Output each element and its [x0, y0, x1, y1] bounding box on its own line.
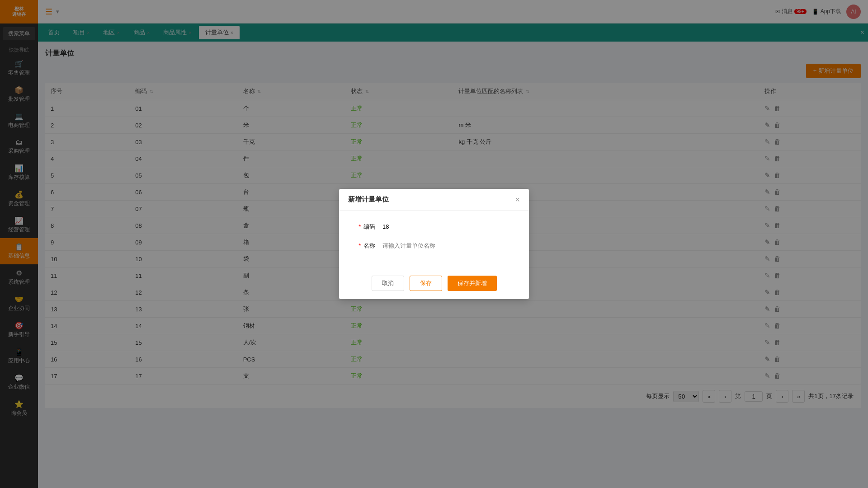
save-and-new-button[interactable]: 保存并新增 — [448, 276, 497, 291]
name-field-row: * 名称 — [348, 240, 520, 251]
name-input[interactable] — [380, 240, 520, 251]
name-label: * 名称 — [348, 242, 375, 250]
modal-overlay: 新增计量单位 × * 编码 * 名称 取消 保存 保存并新增 — [0, 0, 868, 488]
code-input[interactable] — [380, 221, 520, 232]
code-field-row: * 编码 — [348, 221, 520, 232]
modal-title: 新增计量单位 — [348, 195, 389, 204]
modal-header: 新增计量单位 × — [339, 189, 529, 211]
modal-footer: 取消 保存 保存并新增 — [339, 270, 529, 299]
modal-close-button[interactable]: × — [515, 196, 520, 204]
add-unit-modal: 新增计量单位 × * 编码 * 名称 取消 保存 保存并新增 — [339, 189, 529, 299]
modal-body: * 编码 * 名称 — [339, 211, 529, 270]
save-button[interactable]: 保存 — [410, 276, 442, 291]
cancel-button[interactable]: 取消 — [372, 276, 404, 291]
code-label: * 编码 — [348, 223, 375, 231]
code-required-mark: * — [359, 223, 361, 230]
name-required-mark: * — [359, 242, 361, 249]
